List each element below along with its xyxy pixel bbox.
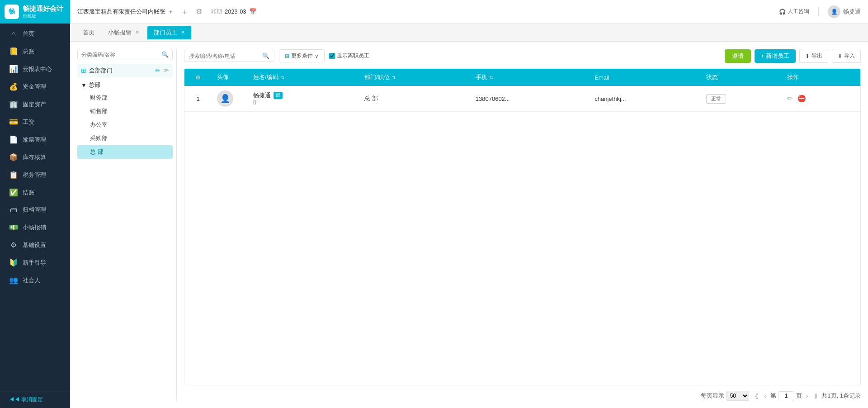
filter-dropdown-icon: ∨	[315, 53, 319, 59]
sidebar-item-salary[interactable]: 💳 工资	[0, 113, 70, 131]
sidebar-item-label: 基础设置	[23, 241, 46, 249]
home-icon: ⌂	[9, 30, 18, 38]
all-departments-header[interactable]: ⊞ 全部部门 ✏ ≫	[77, 64, 173, 77]
invite-button[interactable]: 邀请	[725, 49, 751, 63]
sidebar-item-ledger[interactable]: 📒 总账	[0, 43, 70, 60]
ledger-icon: 📒	[9, 47, 18, 56]
dept-item-office[interactable]: 办公室	[77, 118, 173, 132]
sidebar-item-tax[interactable]: 📋 税务管理	[0, 166, 70, 184]
show-resigned-checkbox[interactable]: 显示离职员工	[329, 52, 369, 60]
sidebar-item-label: 归档管理	[23, 206, 46, 214]
sidebar-item-funds[interactable]: 💰 资金管理	[0, 78, 70, 95]
social-icon: 👥	[9, 276, 18, 285]
app-name: 畅捷通好会计	[23, 5, 63, 13]
filter-label: 更多条件	[291, 52, 313, 60]
dept-item-sales[interactable]: 销售部	[77, 104, 173, 118]
dept-search-icon[interactable]: 🔍	[161, 51, 169, 58]
page-input[interactable]	[778, 391, 794, 400]
close-period-icon: ✅	[9, 188, 18, 197]
th-dept: 部门/职位 ⇅	[359, 69, 470, 86]
import-icon: ⬇	[838, 53, 842, 59]
sidebar-item-label: 结账	[23, 189, 34, 197]
page-label: 第	[770, 392, 776, 400]
add-company-button[interactable]: ＋	[179, 6, 190, 17]
first-page-button[interactable]: ⟪	[753, 392, 760, 400]
name-sort-icon[interactable]: ⇅	[281, 75, 284, 80]
show-resigned-input[interactable]	[329, 53, 335, 59]
sidebar-item-settings[interactable]: ⚙ 基础设置	[0, 236, 70, 254]
emp-table: ⚙ 头像 姓名/编码 ⇅ 部门/职位 ⇅ 手机 ⇅	[184, 68, 861, 385]
sidebar-item-inventory[interactable]: 📦 库存核算	[0, 148, 70, 166]
dept-item-finance[interactable]: 财务部	[77, 91, 173, 104]
tab-department[interactable]: 部门员工 ✕	[147, 26, 191, 39]
sidebar-item-reports[interactable]: 📊 云报表中心	[0, 60, 70, 78]
sidebar-item-social[interactable]: 👥 社会人	[0, 271, 70, 289]
close-tab-department-icon[interactable]: ✕	[181, 29, 185, 35]
dept-search-input[interactable]	[81, 52, 160, 58]
dept-item-purchase[interactable]: 采购部	[77, 132, 173, 145]
tab-home[interactable]: 首页	[77, 26, 100, 39]
sidebar-item-assets[interactable]: 🏢 固定资产	[0, 95, 70, 113]
tabs-bar: 首页 小畅报销 ✕ 部门员工 ✕	[70, 24, 868, 42]
emp-dept-badge: 部	[274, 92, 283, 99]
sidebar-item-expense[interactable]: 💵 小畅报销	[0, 218, 70, 236]
th-settings: ⚙	[184, 69, 212, 86]
dept-tree: ▼ 总部 财务部 销售部 办公室 采购部 总 部	[77, 79, 173, 401]
last-page-button[interactable]: ⟫	[812, 392, 820, 400]
sidebar-item-archive[interactable]: 🗃 归档管理	[0, 201, 70, 218]
employee-panel: 🔍 ⊞ 更多条件 ∨ 显示离职员工 邀请 + 新增员工	[177, 49, 861, 401]
calendar-icon[interactable]: 📅	[249, 8, 256, 15]
sidebar-item-close[interactable]: ✅ 结账	[0, 184, 70, 201]
sidebar-item-invoice[interactable]: 📄 发票管理	[0, 131, 70, 148]
user-menu[interactable]: 👤 畅捷通	[828, 5, 861, 18]
collapse-dept-icon[interactable]: ≫	[163, 67, 169, 74]
sidebar-item-label: 固定资产	[23, 100, 46, 109]
emp-search-input[interactable]	[189, 53, 259, 59]
assets-icon: 🏢	[9, 100, 18, 109]
company-settings-icon[interactable]: ⚙	[196, 7, 202, 16]
prev-page-button[interactable]: ‹	[762, 392, 769, 400]
th-email: Email	[589, 69, 700, 86]
add-employee-button[interactable]: + 新增员工	[755, 49, 796, 63]
emp-name: 畅捷通	[253, 91, 271, 100]
main-area: 江西服宝精品有限责任公司内账张 ▼ ＋ ⚙ 账期 2023-03 📅 🎧 人工咨…	[70, 0, 868, 408]
phone-sort-icon[interactable]: ⇅	[490, 75, 493, 80]
company-selector[interactable]: 江西服宝精品有限责任公司内账张 ▼	[77, 8, 173, 16]
service-button[interactable]: 🎧 人工咨询	[779, 8, 809, 15]
sidebar-item-home[interactable]: ⌂ 首页	[0, 25, 70, 43]
emp-code: 0	[253, 100, 354, 106]
sidebar-logo: 畅 畅捷通好会计 旗舰版	[0, 0, 70, 24]
headset-icon: 🎧	[779, 9, 786, 15]
delete-employee-icon[interactable]: ⛔	[797, 95, 806, 103]
page-size-select[interactable]: 20 50 100	[726, 391, 749, 401]
close-tab-expense-icon[interactable]: ✕	[135, 29, 139, 35]
filter-button[interactable]: ⊞ 更多条件 ∨	[279, 49, 325, 62]
tab-expense-label: 小畅报销	[108, 28, 132, 37]
th-phone: 手机 ⇅	[470, 69, 589, 86]
settings-col-icon[interactable]: ⚙	[195, 74, 201, 81]
salary-icon: 💳	[9, 118, 18, 126]
dept-sort-icon[interactable]: ⇅	[392, 75, 396, 80]
table-row: 1 👤 畅捷通 部 0	[184, 86, 860, 112]
th-action: 操作	[782, 69, 860, 86]
row-avatar: 👤	[212, 86, 248, 112]
page-size-label: 每页显示	[701, 392, 724, 400]
export-icon: ⬆	[805, 53, 810, 59]
row-email: chanjethkj...	[589, 86, 700, 112]
dept-item-general[interactable]: 总 部	[77, 145, 173, 159]
tab-expense[interactable]: 小畅报销 ✕	[102, 26, 146, 39]
edit-employee-icon[interactable]: ✏	[787, 95, 793, 103]
import-button[interactable]: ⬇ 导入	[832, 49, 861, 63]
row-name: 畅捷通 部 0	[248, 86, 359, 112]
edit-dept-icon[interactable]: ✏	[155, 67, 160, 74]
sidebar-item-guide[interactable]: 🔰 新手引导	[0, 254, 70, 271]
show-resigned-label: 显示离职员工	[337, 52, 369, 60]
export-button[interactable]: ⬆ 导出	[799, 49, 828, 63]
next-page-button[interactable]: ›	[804, 392, 810, 400]
avatar: 👤	[828, 5, 840, 18]
sidebar-unpin-button[interactable]: ◀◀ 取消固定	[0, 391, 70, 408]
emp-search-icon[interactable]: 🔍	[262, 52, 269, 59]
sidebar-item-label: 总账	[23, 47, 34, 56]
row-status: 正常	[701, 86, 782, 112]
app-edition: 旗舰版	[23, 13, 63, 19]
